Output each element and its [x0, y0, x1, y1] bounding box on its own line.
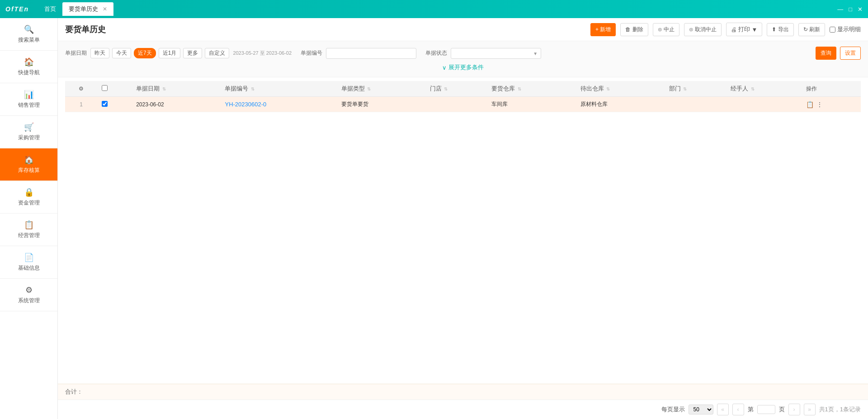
sys-mgmt-icon: ⚙ [25, 285, 33, 295]
delete-button[interactable]: 🗑 删除 [620, 23, 648, 36]
doc-number-filter-group: 单据编号 [301, 48, 416, 59]
sidebar-item-label: 基础信息 [18, 264, 40, 272]
show-detail-label: 显示明细 [837, 25, 861, 33]
page-label: 第 [748, 405, 754, 414]
sidebar-item-label: 搜索菜单 [18, 36, 40, 44]
row-store [425, 97, 487, 112]
window-minimize-icon[interactable]: — [837, 6, 843, 13]
doc-status-select-wrapper [451, 48, 541, 59]
row-edit-icon[interactable]: 📋 [806, 101, 814, 108]
show-detail-checkbox-label[interactable]: 显示明细 [830, 25, 861, 33]
show-detail-checkbox[interactable] [830, 27, 835, 33]
date-btn-custom[interactable]: 自定义 [205, 48, 229, 58]
page-size-select[interactable]: 50 10 20 100 [689, 405, 713, 414]
sort-icon-doc-type: ⇅ [367, 86, 371, 91]
doc-number-input[interactable] [326, 48, 416, 59]
col-store[interactable]: 门店 ⇅ [425, 81, 487, 97]
chevron-down-icon: ∨ [442, 64, 447, 71]
pagination-bar: 每页显示 50 10 20 100 « ‹ 第 1 页 › » 共1页，1条记录 [58, 400, 868, 419]
stop-button[interactable]: ⊙ 中止 [653, 23, 679, 36]
tab-home[interactable]: 首页 [38, 2, 62, 16]
top-bar: OfTEn 首页 要货单历史 ✕ — □ ✕ [0, 0, 868, 18]
doc-number-label: 单据编号 [301, 49, 322, 57]
sidebar-item-sys-mgmt[interactable]: ⚙ 系统管理 [0, 279, 57, 311]
col-settings[interactable]: ⚙ [65, 81, 97, 97]
sort-icon-dept: ⇅ [683, 86, 687, 91]
filter-action-buttons: 查询 设置 [816, 47, 861, 60]
doc-status-label: 单据状态 [425, 49, 447, 57]
settings-button[interactable]: 设置 [840, 47, 861, 60]
tab-requisition-history[interactable]: 要货单历史 ✕ [62, 2, 113, 16]
col-dept[interactable]: 部门 ⇅ [665, 81, 726, 97]
row-num: 1 [65, 97, 97, 112]
total-info: 共1页，1条记录 [819, 405, 861, 414]
sidebar-item-label: 快捷导航 [18, 69, 40, 76]
new-button[interactable]: + 新增 [590, 23, 616, 36]
col-handler[interactable]: 经手人 ⇅ [726, 81, 801, 97]
first-page-button[interactable]: « [717, 404, 729, 415]
top-bar-actions: — □ ✕ [837, 6, 863, 13]
date-btn-yesterday[interactable]: 昨天 [90, 48, 109, 58]
app-logo: OfTEn [5, 5, 29, 13]
sidebar-item-finance-mgmt[interactable]: 🔒 资金管理 [0, 181, 57, 214]
sidebar-item-sales-mgmt[interactable]: 📊 销售管理 [0, 83, 57, 116]
doc-number-link[interactable]: YH-20230602-0 [225, 101, 266, 108]
sort-icon-doc-date: ⇅ [162, 86, 166, 91]
sidebar-item-quick-nav[interactable]: 🏠 快捷导航 [0, 51, 57, 83]
date-btn-more[interactable]: 更多 [183, 48, 202, 58]
row-more-icon[interactable]: ⋮ [816, 101, 823, 108]
sidebar-item-label: 资金管理 [18, 199, 40, 207]
sidebar-item-label: 库存核算 [18, 167, 40, 174]
date-btn-last7days[interactable]: 近7天 [134, 48, 156, 58]
row-doc-date: 2023-06-02 [132, 97, 220, 112]
select-all-checkbox[interactable] [102, 85, 108, 91]
sidebar-item-ops-mgmt[interactable]: 📋 经营管理 [0, 214, 57, 246]
col-doc-date[interactable]: 单据日期 ⇅ [132, 81, 220, 97]
date-range-display: 2023-05-27 至 2023-06-02 [233, 50, 292, 57]
footer-summary: 合计： [58, 384, 868, 400]
sort-icon-pending-warehouse: ⇅ [606, 86, 610, 91]
table-body: 1 2023-06-02 YH-20230602-0 要货单要货 车间库 原材料… [65, 97, 861, 112]
print-dropdown-icon[interactable]: ▼ [751, 26, 757, 33]
query-button[interactable]: 查询 [816, 47, 836, 60]
next-page-button[interactable]: › [788, 404, 800, 415]
window-maximize-icon[interactable]: □ [849, 6, 852, 13]
cancel-stop-button[interactable]: ⊙ 取消中止 [684, 23, 722, 36]
window-close-icon[interactable]: ✕ [858, 6, 863, 13]
toolbar: + 新增 🗑 删除 ⊙ 中止 ⊙ 取消中止 🖨 🖨 打印 打印 ▼ ⬆ 导出 ↻… [590, 23, 861, 36]
col-doc-number[interactable]: 单据编号 ⇅ [220, 81, 336, 97]
search-menu-icon: 🔍 [24, 24, 34, 34]
row-dept [665, 97, 726, 112]
tab-close-icon[interactable]: ✕ [103, 6, 107, 12]
print-button[interactable]: 🖨 🖨 打印 打印 ▼ [726, 23, 762, 36]
prev-page-button[interactable]: ‹ [732, 404, 744, 415]
sort-icon-handler: ⇅ [751, 86, 755, 91]
expand-more-button[interactable]: ∨ 展开更多条件 [65, 63, 861, 71]
col-req-warehouse[interactable]: 要货仓库 ⇅ [487, 81, 576, 97]
sidebar-item-basic-info[interactable]: 📄 基础信息 [0, 246, 57, 279]
date-filter-group: 单据日期 昨天 今天 近7天 近1月 更多 自定义 2023-05-27 至 2… [65, 48, 292, 58]
sort-icon-req-warehouse: ⇅ [518, 86, 521, 91]
export-button[interactable]: ⬆ 导出 [767, 23, 793, 36]
doc-status-select[interactable] [451, 48, 541, 59]
refresh-button[interactable]: ↻ 刷新 [798, 23, 825, 36]
sidebar-item-label: 销售管理 [18, 101, 40, 109]
page-size-label: 每页显示 [661, 405, 685, 414]
sidebar-item-purchase-mgmt[interactable]: 🛒 采购管理 [0, 116, 57, 148]
date-btn-today[interactable]: 今天 [112, 48, 131, 58]
col-doc-type[interactable]: 单据类型 ⇅ [337, 81, 425, 97]
page-title: 要货单历史 [65, 24, 590, 35]
sidebar-item-label: 经营管理 [18, 232, 40, 239]
sidebar: 🔍 搜索菜单 🏠 快捷导航 📊 销售管理 🛒 采购管理 🏠 库存核算 🔒 资金管… [0, 18, 58, 419]
row-req-warehouse: 车间库 [487, 97, 576, 112]
last-page-button[interactable]: » [804, 404, 816, 415]
print-icon: 🖨 [731, 26, 737, 33]
page-number-input[interactable]: 1 [757, 405, 775, 414]
sidebar-item-inventory[interactable]: 🏠 库存核算 [0, 148, 57, 181]
col-pending-warehouse[interactable]: 待出仓库 ⇅ [576, 81, 665, 97]
table-row[interactable]: 1 2023-06-02 YH-20230602-0 要货单要货 车间库 原材料… [65, 97, 861, 112]
date-btn-last-month[interactable]: 近1月 [159, 48, 181, 58]
page-header: 要货单历史 + 新增 🗑 删除 ⊙ 中止 ⊙ 取消中止 🖨 🖨 打印 打印 ▼ … [58, 18, 868, 41]
sidebar-item-search-menu[interactable]: 🔍 搜索菜单 [0, 18, 57, 51]
row-checkbox[interactable] [102, 101, 108, 107]
